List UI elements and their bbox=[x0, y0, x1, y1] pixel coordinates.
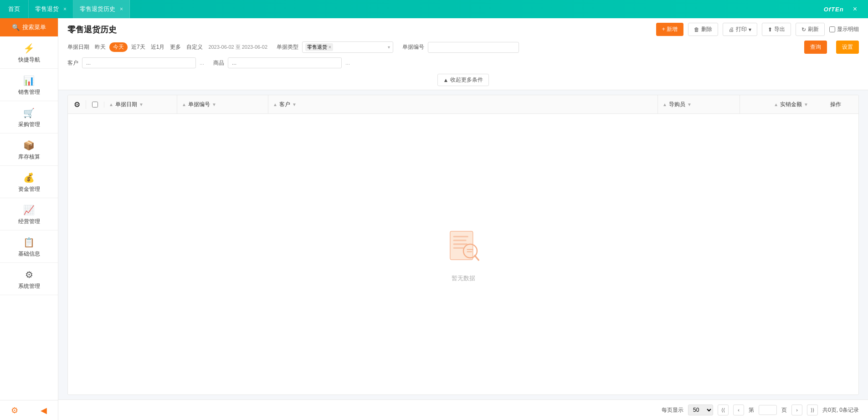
yesterday-btn[interactable]: 昨天 bbox=[93, 42, 108, 52]
settings-bottom-icon[interactable]: ⚙ bbox=[11, 405, 18, 415]
more-btn[interactable]: 更多 bbox=[168, 42, 183, 52]
last-page-button[interactable]: ⟩⟩ bbox=[807, 405, 818, 415]
tab-home[interactable]: 首页 bbox=[0, 0, 29, 18]
page-actions: + 新增 🗑 删除 🖨 打印 ▾ ⬆ 导出 ↻ bbox=[656, 23, 859, 36]
collapse-sidebar-icon[interactable]: ◀ bbox=[41, 405, 47, 415]
table-wrapper: ⚙ ▲ 单据日期 ▼ ▲ 单据编号 ▼ bbox=[67, 95, 859, 395]
today-btn[interactable]: 今天 bbox=[109, 42, 128, 52]
sort-guide-down-icon: ▼ bbox=[687, 102, 692, 107]
goods-label: 商品 bbox=[213, 59, 224, 67]
sidebar-item-sales[interactable]: 📊 销售管理 bbox=[0, 69, 58, 101]
doc-no-input[interactable] bbox=[428, 42, 519, 53]
empty-text: 暂无数据 bbox=[452, 274, 475, 282]
svg-rect-4 bbox=[453, 247, 463, 249]
new-button[interactable]: + 新增 bbox=[656, 23, 683, 36]
th-checkbox bbox=[86, 102, 104, 108]
svg-rect-2 bbox=[453, 240, 466, 241]
svg-rect-1 bbox=[453, 236, 468, 237]
date-shortcuts: 昨天 今天 近7天 近1月 更多 自定义 bbox=[93, 42, 205, 52]
purchase-icon: 🛒 bbox=[23, 108, 35, 118]
doc-type-dropdown-icon: ▾ bbox=[388, 45, 390, 50]
custom-btn[interactable]: 自定义 bbox=[185, 42, 205, 52]
goods-dots: ... bbox=[345, 60, 350, 66]
sidebar-items: ⚡ 快捷导航 📊 销售管理 🛒 采购管理 📦 库存核算 💰 资金管理 📈 bbox=[0, 36, 58, 400]
page-header: 零售退货历史 + 新增 🗑 删除 🖨 打印 ▾ ⬆ 导出 bbox=[58, 18, 868, 90]
page-title: 零售退货历史 bbox=[67, 24, 117, 35]
filter-row-1: 单据日期 昨天 今天 近7天 近1月 更多 自定义 2023-06-02 至 2… bbox=[67, 41, 859, 54]
first-page-button[interactable]: ⟨⟨ bbox=[718, 405, 729, 415]
print-icon: 🖨 bbox=[729, 26, 734, 33]
collapse-icon: ▲ bbox=[443, 77, 449, 83]
th-settings[interactable]: ⚙ bbox=[68, 100, 86, 109]
sidebar-item-inventory[interactable]: 📦 库存核算 bbox=[0, 133, 58, 166]
sales-icon: 📊 bbox=[23, 75, 35, 86]
filter-row-2: 客户 ... 商品 ... bbox=[67, 57, 859, 68]
goods-input[interactable] bbox=[228, 57, 342, 68]
refresh-icon: ↻ bbox=[801, 26, 806, 33]
main-layout: 🔍 搜索菜单 ⚡ 快捷导航 📊 销售管理 🛒 采购管理 📦 库存核算 💰 bbox=[0, 18, 868, 420]
svg-rect-3 bbox=[453, 243, 467, 245]
empty-illustration bbox=[441, 226, 486, 267]
doc-type-tag-close[interactable]: × bbox=[329, 45, 331, 50]
th-operation: 操作 bbox=[813, 95, 858, 113]
query-button[interactable]: 查询 bbox=[804, 41, 827, 54]
settings-button[interactable]: 设置 bbox=[836, 41, 859, 54]
last7days-btn[interactable]: 近7天 bbox=[129, 42, 147, 52]
next-page-button[interactable]: › bbox=[791, 405, 802, 415]
sidebar-item-system[interactable]: ⚙ 系统管理 bbox=[0, 263, 58, 295]
sidebar-item-operations[interactable]: 📈 经营管理 bbox=[0, 198, 58, 230]
delete-button[interactable]: 🗑 删除 bbox=[688, 23, 718, 36]
last1month-btn[interactable]: 近1月 bbox=[149, 42, 167, 52]
sidebar-item-quick-nav[interactable]: ⚡ 快捷导航 bbox=[0, 36, 58, 69]
doc-type-select[interactable]: 零售退货 × ▾ bbox=[302, 41, 393, 53]
date-filter-label: 单据日期 bbox=[67, 43, 89, 51]
refresh-button[interactable]: ↻ 刷新 bbox=[796, 23, 825, 36]
sidebar-item-purchase[interactable]: 🛒 采购管理 bbox=[0, 101, 58, 133]
doc-type-filter-group: 单据类型 零售退货 × ▾ bbox=[277, 41, 393, 53]
export-button[interactable]: ⬆ 导出 bbox=[762, 23, 791, 36]
customer-filter-group: 客户 ... bbox=[67, 57, 204, 68]
sidebar-item-finance[interactable]: 💰 资金管理 bbox=[0, 166, 58, 198]
close-tab-retail-return-history[interactable]: × bbox=[120, 6, 123, 12]
prev-page-button[interactable]: ‹ bbox=[733, 405, 744, 415]
customer-label: 客户 bbox=[67, 59, 78, 67]
goods-filter-group: 商品 ... bbox=[213, 57, 350, 68]
page-size-select[interactable]: 50 100 200 bbox=[688, 405, 713, 415]
sidebar-bottom: ⚙ ◀ bbox=[0, 400, 58, 420]
sidebar-search[interactable]: 🔍 搜索菜单 bbox=[0, 18, 58, 36]
show-detail-checkbox[interactable]: 显示明细 bbox=[829, 26, 859, 33]
select-all-checkbox[interactable] bbox=[92, 102, 98, 108]
window-close-button[interactable]: × bbox=[849, 5, 861, 13]
quick-nav-icon: ⚡ bbox=[23, 43, 35, 54]
print-button[interactable]: 🖨 打印 ▾ bbox=[723, 23, 757, 36]
top-bar-right: OfTEn × bbox=[824, 5, 868, 13]
sort-guide-up-icon: ▲ bbox=[663, 102, 667, 107]
th-date: ▲ 单据日期 ▼ bbox=[104, 95, 177, 113]
system-icon: ⚙ bbox=[25, 269, 33, 280]
top-bar: 首页 零售退货 × 零售退货历史 × OfTEn × bbox=[0, 0, 868, 18]
th-amount: ▲ 实销金额 ▼ bbox=[740, 95, 813, 113]
tab-list: 首页 零售退货 × 零售退货历史 × bbox=[0, 0, 824, 18]
search-icon: 🔍 bbox=[12, 24, 20, 31]
column-settings-icon[interactable]: ⚙ bbox=[74, 100, 80, 109]
close-tab-retail-return[interactable]: × bbox=[63, 6, 67, 12]
sidebar-item-basic-info[interactable]: 📋 基础信息 bbox=[0, 230, 58, 263]
sort-docno-down-icon: ▼ bbox=[212, 102, 216, 107]
collapse-button[interactable]: ▲ 收起更多条件 bbox=[437, 74, 489, 86]
doc-no-label: 单据编号 bbox=[402, 43, 424, 51]
customer-input[interactable] bbox=[82, 57, 196, 68]
page-number-input[interactable]: 1 bbox=[759, 405, 777, 415]
operations-icon: 📈 bbox=[23, 205, 35, 215]
date-range-display: 2023-06-02 至 2023-06-02 bbox=[208, 44, 267, 51]
pagination: 每页显示 50 100 200 ⟨⟨ ‹ 第 1 页 › ⟩⟩ 共0页, 0条记… bbox=[58, 400, 868, 420]
th-doc-no: ▲ 单据编号 ▼ bbox=[177, 95, 268, 113]
th-customer: ▲ 客户 ▼ bbox=[268, 95, 658, 113]
tab-retail-return-history[interactable]: 零售退货历史 × bbox=[73, 0, 130, 18]
show-detail-input[interactable] bbox=[829, 26, 835, 32]
sort-docno-up-icon: ▲ bbox=[182, 102, 186, 107]
tab-retail-return[interactable]: 零售退货 × bbox=[29, 0, 73, 18]
doc-type-label: 单据类型 bbox=[277, 43, 298, 51]
content-area: 零售退货历史 + 新增 🗑 删除 🖨 打印 ▾ ⬆ 导出 bbox=[58, 18, 868, 420]
svg-rect-0 bbox=[450, 231, 473, 260]
basic-info-icon: 📋 bbox=[23, 237, 35, 248]
